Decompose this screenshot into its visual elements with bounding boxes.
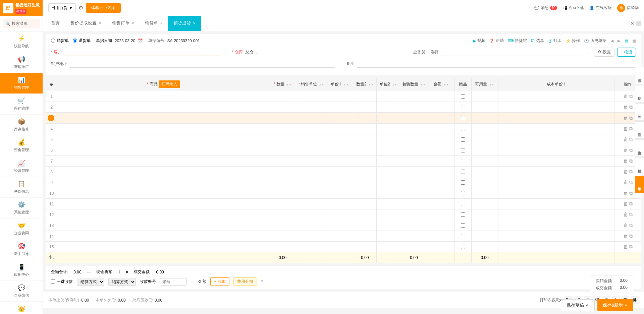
product-cell[interactable]: [58, 231, 269, 242]
cost-price-cell[interactable]: [498, 134, 614, 145]
price-cell[interactable]: [326, 220, 353, 231]
unit2-cell[interactable]: [377, 113, 400, 124]
delete-icon[interactable]: 🗑: [623, 223, 628, 228]
qty2-cell[interactable]: [353, 188, 377, 199]
gift-checkbox[interactable]: [461, 180, 465, 185]
sale-unit-cell[interactable]: [296, 231, 326, 242]
sale-unit-cell[interactable]: [296, 91, 326, 102]
copy-icon[interactable]: ⧉: [629, 115, 633, 121]
available-cell[interactable]: [471, 145, 498, 156]
pack-qty-cell[interactable]: [400, 134, 428, 145]
qty-cell[interactable]: [269, 91, 296, 102]
sidebar-item-appstore[interactable]: 📱 应用中心: [0, 260, 43, 281]
delete-icon[interactable]: 🗑: [623, 233, 628, 239]
add-payment-button[interactable]: + 添加: [210, 277, 229, 286]
qty2-cell[interactable]: [353, 145, 377, 156]
unit2-cell[interactable]: [377, 102, 400, 113]
delete-icon[interactable]: 🗑: [623, 93, 628, 99]
pack-qty-cell[interactable]: [400, 124, 428, 134]
gift-checkbox[interactable]: [461, 223, 465, 228]
product-cell[interactable]: [58, 188, 269, 199]
product-cell[interactable]: [58, 145, 269, 156]
sale-unit-cell[interactable]: [296, 124, 326, 134]
view-toggle-1[interactable]: ▤: [625, 39, 628, 43]
delete-icon[interactable]: 🗑: [623, 126, 628, 132]
amount-cell[interactable]: [428, 209, 454, 220]
available-cell[interactable]: [471, 102, 498, 113]
sidebar-item-marketing[interactable]: 📢 营销推广: [0, 52, 43, 73]
maximize-tab-button[interactable]: ⬜: [636, 21, 641, 26]
product-cell[interactable]: [58, 209, 269, 220]
qty-cell[interactable]: [269, 167, 296, 177]
customer-dots[interactable]: ...: [223, 50, 227, 55]
copy-icon[interactable]: ⧉: [629, 201, 633, 207]
gift-checkbox[interactable]: [461, 116, 465, 120]
amount-cell[interactable]: [428, 113, 454, 124]
history-action[interactable]: 🕐 历史单据: [584, 38, 606, 44]
pack-qty-cell[interactable]: [400, 156, 428, 167]
qty-cell[interactable]: [269, 177, 296, 188]
pack-qty-cell[interactable]: [400, 209, 428, 220]
unit2-cell[interactable]: [377, 145, 400, 156]
pack-qty-cell[interactable]: [400, 242, 428, 252]
cost-price-cell[interactable]: [498, 124, 614, 134]
copy-icon[interactable]: ⧉: [629, 223, 633, 228]
amount-cell[interactable]: [428, 199, 454, 209]
qty2-cell[interactable]: [353, 91, 377, 102]
tab-sales[interactable]: 销货单 ✕: [140, 16, 168, 31]
float-history[interactable]: 历史: [635, 176, 644, 193]
sidebar-item-sales[interactable]: 📊 销售管理: [0, 73, 43, 94]
cost-price-cell[interactable]: [498, 156, 614, 167]
nav-next[interactable]: ▶: [618, 39, 621, 43]
gift-checkbox[interactable]: [461, 245, 465, 249]
amount-cell[interactable]: [428, 220, 454, 231]
product-cell[interactable]: [58, 91, 269, 102]
unit2-cell[interactable]: [377, 231, 400, 242]
qty2-cell[interactable]: [353, 231, 377, 242]
sale-unit-cell[interactable]: [296, 113, 326, 124]
cost-price-cell[interactable]: [498, 231, 614, 242]
delete-icon[interactable]: 🗑: [623, 244, 628, 250]
industry-select[interactable]: 日用百货 ▼: [48, 3, 76, 12]
sale-unit-cell[interactable]: [296, 102, 326, 113]
price-cell[interactable]: [326, 177, 353, 188]
available-cell[interactable]: [471, 231, 498, 242]
price-cell[interactable]: [326, 167, 353, 177]
cost-price-cell[interactable]: [498, 177, 614, 188]
gift-checkbox[interactable]: [461, 212, 465, 217]
gift-checkbox[interactable]: [461, 127, 465, 131]
gift-checkbox[interactable]: [461, 234, 465, 238]
sidebar-item-member[interactable]: 👑 畅会员: [0, 302, 43, 314]
amount-cell[interactable]: [428, 156, 454, 167]
sale-unit-cell[interactable]: [296, 188, 326, 199]
delete-icon[interactable]: 🗑: [623, 201, 628, 207]
unit2-cell[interactable]: [377, 199, 400, 209]
sale-unit-cell[interactable]: [296, 199, 326, 209]
sale-unit-cell[interactable]: [296, 145, 326, 156]
product-cell[interactable]: [58, 242, 269, 252]
qty-cell[interactable]: [269, 134, 296, 145]
qty-cell[interactable]: [269, 199, 296, 209]
copy-icon[interactable]: ⧉: [629, 244, 633, 250]
settle-method-select[interactable]: 结算方式: [77, 278, 104, 286]
amount-cell[interactable]: [428, 124, 454, 134]
address-input[interactable]: [70, 60, 335, 68]
tab-sales-return[interactable]: 销货退货 ✕: [168, 16, 201, 31]
copy-icon[interactable]: ⧉: [629, 180, 633, 185]
available-cell[interactable]: [471, 188, 498, 199]
unit2-cell[interactable]: [377, 91, 400, 102]
calendar-icon[interactable]: 📅: [138, 39, 143, 43]
cost-price-cell[interactable]: [498, 188, 614, 199]
unit2-cell[interactable]: [377, 220, 400, 231]
tab-close-sales-order[interactable]: ✕: [131, 21, 134, 25]
product-cell[interactable]: [58, 102, 269, 113]
amount-cell[interactable]: [428, 167, 454, 177]
user-menu-button[interactable]: 徐 徐泽华: [617, 4, 639, 12]
qty2-cell[interactable]: [353, 177, 377, 188]
operate-action[interactable]: ⚡ 操作: [566, 38, 580, 44]
qty2-cell[interactable]: [353, 242, 377, 252]
available-cell[interactable]: [471, 124, 498, 134]
delete-icon[interactable]: 🗑: [623, 158, 628, 164]
nav-prev[interactable]: ◀: [610, 39, 613, 43]
sidebar-item-enterprise[interactable]: 🤝 企业协同: [0, 218, 43, 239]
